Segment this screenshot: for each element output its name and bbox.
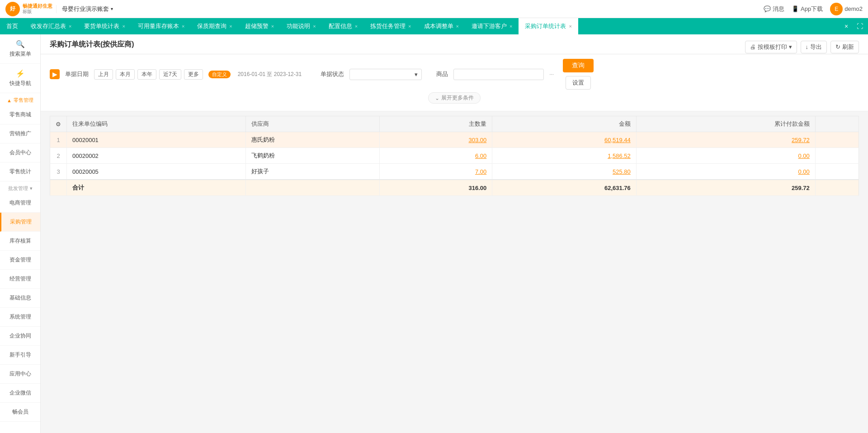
goods-input[interactable] xyxy=(453,69,544,80)
tab-keyongliang[interactable]: 可用量库存账本 × xyxy=(132,18,191,34)
sidebar-item-basics[interactable]: 基础信息 xyxy=(0,289,40,308)
main-layout: 🔍 搜索菜单 ⚡ 快捷导航 ▲ 零售管理 零售商城 营销推广 会员中心 零售统计… xyxy=(0,34,868,433)
sidebar-item-search[interactable]: 🔍 搜索菜单 xyxy=(0,34,40,64)
message-icon: 💬 xyxy=(764,5,771,12)
date-btn-more[interactable]: 更多 xyxy=(184,69,203,80)
nav-tabs: 首页 收发存汇总表 × 要货单统计表 × 可用量库存账本 × 保质期查询 × 超… xyxy=(0,18,868,34)
refresh-button[interactable]: ↻ 刷新 xyxy=(830,41,859,53)
close-icon[interactable]: × xyxy=(229,24,232,29)
close-icon[interactable]: × xyxy=(313,24,316,29)
tab-baozhi[interactable]: 保质期查询 × xyxy=(191,18,238,34)
goods-more-btn[interactable]: ··· xyxy=(549,71,554,77)
nav-close-btn[interactable]: × xyxy=(840,20,853,33)
table-footer-row: 合计 316.00 62,631.76 259.72 xyxy=(50,180,859,196)
sidebar-item-purchase[interactable]: 采购管理 xyxy=(0,213,40,232)
td-qty[interactable]: 6.00 xyxy=(380,148,492,164)
th-settings[interactable]: ⚙ xyxy=(50,116,67,132)
sidebar-item-marketing[interactable]: 营销推广 xyxy=(0,124,40,143)
export-button[interactable]: ↓ 导出 xyxy=(801,41,827,53)
sidebar-item-finance[interactable]: 资金管理 xyxy=(0,251,40,270)
td-action xyxy=(815,164,859,180)
sidebar-item-appcenter[interactable]: 应用中心 xyxy=(0,365,40,384)
top-right: 💬 消息 📱 App下载 E demo2 xyxy=(764,3,863,15)
tfoot-empty xyxy=(50,180,67,196)
td-paid[interactable]: 0.00 xyxy=(636,148,815,164)
tab-yaohuo[interactable]: 要货单统计表 × xyxy=(78,18,131,34)
td-paid[interactable]: 259.72 xyxy=(636,132,815,148)
tfoot-paid: 259.72 xyxy=(636,180,815,196)
filter-toggle-btn[interactable]: ▶ xyxy=(50,69,60,79)
close-icon[interactable]: × xyxy=(408,24,411,29)
sidebar-item-wechat[interactable]: 企业微信 xyxy=(0,384,40,403)
sidebar-item-inventory[interactable]: 库存核算 xyxy=(0,232,40,251)
date-btn-this-year[interactable]: 本年 xyxy=(137,69,156,80)
table-area: ⚙ 往来单位编码 供应商 主数量 金额 累计付款金额 1 00020001 惠氏… xyxy=(41,111,868,433)
date-btn-7days[interactable]: 近7天 xyxy=(159,69,181,80)
tab-caigou-active[interactable]: 采购订单统计表 × xyxy=(519,18,578,34)
tab-home[interactable]: 首页 xyxy=(0,18,24,34)
td-qty[interactable]: 7.00 xyxy=(380,164,492,180)
sidebar-item-ecommerce[interactable]: 电商管理 xyxy=(0,194,40,213)
tfoot-qty: 316.00 xyxy=(380,180,492,196)
goods-label: 商品 xyxy=(436,70,448,78)
tab-jianhuo[interactable]: 拣货任务管理 × xyxy=(364,18,417,34)
table-row[interactable]: 1 00020001 惠氏奶粉 303.00 60,519.44 259.72 xyxy=(50,132,859,148)
td-supplier: 飞鹤奶粉 xyxy=(246,148,380,164)
expand-more-btn[interactable]: ⌄ 展开更多条件 xyxy=(428,92,481,104)
sidebar-item-changhui[interactable]: 畅会员 xyxy=(0,403,40,422)
date-btn-this-month[interactable]: 本月 xyxy=(116,69,135,80)
td-amount[interactable]: 525.80 xyxy=(492,164,637,180)
sidebar-section-retail[interactable]: ▲ 零售管理 xyxy=(0,93,40,105)
td-num: 2 xyxy=(50,148,67,164)
query-button[interactable]: 查询 xyxy=(563,59,594,72)
table-row[interactable]: 2 00020002 飞鹤奶粉 6.00 1,586.52 0.00 xyxy=(50,148,859,164)
sidebar-item-quicknav[interactable]: ⚡ 快捷导航 xyxy=(0,64,40,93)
message-btn[interactable]: 💬 消息 xyxy=(764,5,784,13)
content-area: 采购订单统计表(按供应商) 🖨 按模板打印 ▾ ↓ 导出 ↻ 刷新 xyxy=(41,34,868,433)
tab-gongneng[interactable]: 功能说明 × xyxy=(280,18,322,34)
close-icon[interactable]: × xyxy=(182,24,184,29)
tfoot-extra xyxy=(815,180,859,196)
close-icon[interactable]: × xyxy=(122,24,125,29)
tab-chengben[interactable]: 成本调整单 × xyxy=(418,18,465,34)
custom-badge: 自定义 xyxy=(208,71,231,78)
td-paid[interactable]: 0.00 xyxy=(636,164,815,180)
tab-chaochu[interactable]: 超储预警 × xyxy=(239,18,280,34)
app-download-btn[interactable]: 📱 App下载 xyxy=(792,5,823,13)
td-amount[interactable]: 60,519.44 xyxy=(492,132,637,148)
td-qty[interactable]: 303.00 xyxy=(380,132,492,148)
close-icon[interactable]: × xyxy=(509,24,512,29)
tab-yaoqing[interactable]: 邀请下游客户 × xyxy=(465,18,519,34)
sidebar-item-enterprise[interactable]: 企业协同 xyxy=(0,327,40,346)
sidebar-item-member[interactable]: 会员中心 xyxy=(0,143,40,162)
tab-peizhi[interactable]: 配置信息 × xyxy=(322,18,364,34)
user-menu[interactable]: E demo2 xyxy=(830,3,863,15)
sidebar: 🔍 搜索菜单 ⚡ 快捷导航 ▲ 零售管理 零售商城 营销推广 会员中心 零售统计… xyxy=(0,34,41,433)
tab-shoufacun[interactable]: 收发存汇总表 × xyxy=(24,18,78,34)
close-icon[interactable]: × xyxy=(355,24,358,29)
chevron-down-icon: ▾ xyxy=(111,6,113,11)
td-amount[interactable]: 1,586.52 xyxy=(492,148,637,164)
close-icon[interactable]: × xyxy=(569,24,571,29)
template-print-button[interactable]: 🖨 按模板打印 ▾ xyxy=(745,41,797,53)
sidebar-item-retail-stats[interactable]: 零售统计 xyxy=(0,162,40,181)
close-icon[interactable]: × xyxy=(456,24,459,29)
sidebar-section-wholesale[interactable]: 批发管理 ▾ xyxy=(0,181,40,194)
th-paid: 累计付款金额 xyxy=(636,116,815,132)
th-supplier: 供应商 xyxy=(246,116,380,132)
nav-maximize-btn[interactable]: ⛶ xyxy=(854,20,866,33)
setting-button[interactable]: 设置 xyxy=(566,76,591,90)
close-icon[interactable]: × xyxy=(69,24,71,29)
filter-date-btns: 上月 本月 本年 近7天 更多 xyxy=(94,69,203,80)
org-selector[interactable]: 母婴行业演示账套 ▾ xyxy=(56,5,118,13)
table-row[interactable]: 3 00020005 好孩子 7.00 525.80 0.00 xyxy=(50,164,859,180)
sidebar-item-system[interactable]: 系统管理 xyxy=(0,308,40,327)
status-select[interactable]: ▾ xyxy=(349,69,422,80)
logo-text: 畅捷通好生意 标版 xyxy=(23,3,52,14)
sidebar-item-operations[interactable]: 经营管理 xyxy=(0,270,40,289)
date-btn-last-month[interactable]: 上月 xyxy=(94,69,113,80)
close-icon[interactable]: × xyxy=(271,24,274,29)
sidebar-item-newguide[interactable]: 新手引导 xyxy=(0,346,40,365)
sidebar-item-retail-mall[interactable]: 零售商城 xyxy=(0,105,40,124)
nav-right-btns: × ⛶ xyxy=(840,20,868,33)
